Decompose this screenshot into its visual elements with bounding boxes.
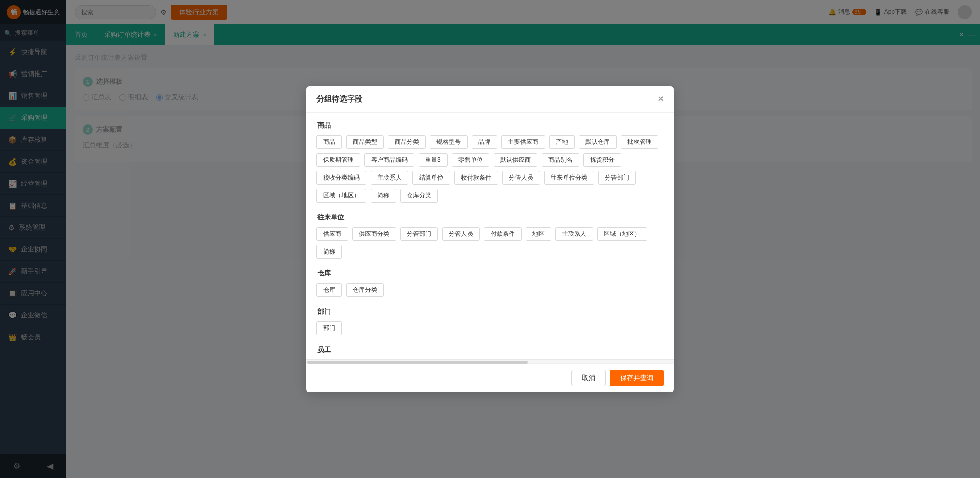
tag-counterparty-6[interactable]: 主联系人: [555, 227, 593, 241]
tag-counterparty-8[interactable]: 简称: [316, 245, 342, 259]
tag-product-3[interactable]: 规格型号: [430, 135, 468, 149]
tag-counterparty-7[interactable]: 区域（地区）: [597, 227, 647, 241]
section-department-tags: 部门: [316, 321, 664, 335]
tag-product-18[interactable]: 结算单位: [412, 171, 450, 185]
tag-product-2[interactable]: 商品分类: [388, 135, 426, 149]
section-employee-title: 员工: [316, 345, 664, 355]
tag-product-14[interactable]: 商品别名: [542, 153, 579, 167]
tag-product-20[interactable]: 分管人员: [502, 171, 540, 185]
tag-counterparty-1[interactable]: 供应商分类: [352, 227, 396, 241]
section-product: 商品 商品 商品类型 商品分类 规格型号 品牌 主要供应商 产地 默认仓库 批次…: [316, 121, 664, 203]
dialog: 分组待选字段 × 商品 商品 商品类型 商品分类 规格型号 品牌 主要供应商 产…: [306, 86, 674, 392]
tag-warehouse-1[interactable]: 仓库分类: [346, 283, 384, 297]
tag-product-8[interactable]: 批次管理: [621, 135, 658, 149]
cancel-button[interactable]: 取消: [571, 370, 606, 386]
tag-counterparty-2[interactable]: 分管部门: [400, 227, 438, 241]
section-employee: 员工 业务员: [316, 345, 664, 359]
dialog-title: 分组待选字段: [316, 94, 362, 104]
tag-product-21[interactable]: 往来单位分类: [544, 171, 594, 185]
dialog-close-icon[interactable]: ×: [658, 94, 664, 104]
tag-counterparty-3[interactable]: 分管人员: [442, 227, 480, 241]
dialog-body: 商品 商品 商品类型 商品分类 规格型号 品牌 主要供应商 产地 默认仓库 批次…: [306, 113, 674, 359]
tag-product-13[interactable]: 默认供应商: [494, 153, 537, 167]
dialog-header: 分组待选字段 ×: [306, 86, 674, 113]
tag-product-6[interactable]: 产地: [549, 135, 575, 149]
tag-product-4[interactable]: 品牌: [472, 135, 497, 149]
tag-warehouse-0[interactable]: 仓库: [316, 283, 342, 297]
tag-department-0[interactable]: 部门: [316, 321, 342, 335]
section-department-title: 部门: [316, 307, 664, 316]
section-product-tags: 商品 商品类型 商品分类 规格型号 品牌 主要供应商 产地 默认仓库 批次管理 …: [316, 135, 664, 203]
tag-product-12[interactable]: 零售单位: [452, 153, 489, 167]
tag-product-19[interactable]: 收付款条件: [454, 171, 498, 185]
confirm-button[interactable]: 保存并查询: [610, 370, 664, 386]
overlay: 分组待选字段 × 商品 商品 商品类型 商品分类 规格型号 品牌 主要供应商 产…: [0, 0, 980, 478]
tag-product-11[interactable]: 重量3: [419, 153, 448, 167]
tag-counterparty-5[interactable]: 地区: [526, 227, 551, 241]
tag-product-0[interactable]: 商品: [316, 135, 342, 149]
tag-product-5[interactable]: 主要供应商: [501, 135, 545, 149]
tag-product-7[interactable]: 默认仓库: [579, 135, 617, 149]
section-counterparty: 往来单位 供应商 供应商分类 分管部门 分管人员 付款条件 地区 主联系人 区域…: [316, 213, 664, 259]
dialog-hscroll: [306, 359, 674, 363]
tag-product-17[interactable]: 主联系人: [371, 171, 408, 185]
section-counterparty-title: 往来单位: [316, 213, 664, 222]
section-warehouse: 仓库 仓库 仓库分类: [316, 269, 664, 297]
tag-product-23[interactable]: 区域（地区）: [316, 189, 366, 203]
section-department: 部门 部门: [316, 307, 664, 335]
tag-product-9[interactable]: 保质期管理: [316, 153, 360, 167]
tag-product-25[interactable]: 仓库分类: [400, 189, 438, 203]
tag-product-15[interactable]: 拣货积分: [583, 153, 621, 167]
section-counterparty-tags: 供应商 供应商分类 分管部门 分管人员 付款条件 地区 主联系人 区域（地区） …: [316, 227, 664, 259]
tag-product-10[interactable]: 客户商品编码: [364, 153, 414, 167]
tag-product-24[interactable]: 简称: [371, 189, 396, 203]
tag-product-1[interactable]: 商品类型: [346, 135, 384, 149]
section-warehouse-title: 仓库: [316, 269, 664, 278]
tag-product-22[interactable]: 分管部门: [598, 171, 636, 185]
hscroll-thumb[interactable]: [307, 361, 528, 364]
tag-counterparty-0[interactable]: 供应商: [316, 227, 348, 241]
dialog-footer: 取消 保存并查询: [306, 363, 674, 392]
tag-counterparty-4[interactable]: 付款条件: [484, 227, 522, 241]
section-warehouse-tags: 仓库 仓库分类: [316, 283, 664, 297]
section-product-title: 商品: [316, 121, 664, 130]
tag-product-16[interactable]: 税收分类编码: [316, 171, 366, 185]
